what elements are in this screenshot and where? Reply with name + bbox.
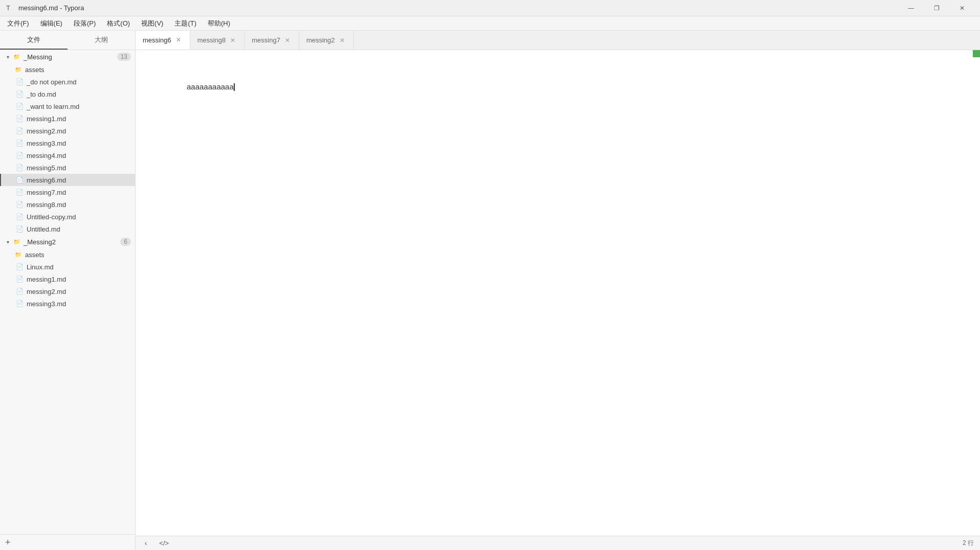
folder-messing[interactable]: ▾ 📁 _Messing 13	[0, 50, 135, 63]
sidebar-content: ▾ 📁 _Messing 13 📁 assets 📄 _do not open.…	[0, 50, 135, 534]
sidebar-item-assets1[interactable]: 📁 assets	[0, 63, 135, 76]
sidebar-item-to-do[interactable]: 📄 _to do.md	[0, 88, 135, 100]
folder-messing-count: 13	[117, 53, 131, 61]
menu-paragraph[interactable]: 段落(P)	[69, 17, 101, 30]
assets-label: assets	[25, 66, 44, 74]
sidebar-item-messing5[interactable]: 📄 messing5.md	[0, 162, 135, 174]
tab-messing6[interactable]: messing6 ✕	[136, 31, 190, 50]
menu-format[interactable]: 格式(O)	[102, 17, 135, 30]
line-info: 2 行	[963, 539, 974, 547]
sidebar-item-messing2-2[interactable]: 📄 messing2.md	[0, 285, 135, 297]
file-icon: 📄	[15, 139, 24, 147]
tab-outline[interactable]: 大纲	[68, 31, 135, 50]
tab-messing2-label: messing2	[306, 36, 335, 44]
sidebar-item-messing3[interactable]: 📄 messing3.md	[0, 137, 135, 149]
file-label: Untitled-copy.md	[27, 213, 76, 221]
file-icon: 📄	[15, 127, 24, 135]
file-label: messing3.md	[27, 140, 66, 147]
file-label: Linux.md	[27, 263, 54, 271]
menu-bar: 文件(F) 编辑(E) 段落(P) 格式(O) 视图(V) 主题(T) 帮助(H…	[0, 16, 980, 31]
sidebar-item-do-not-open[interactable]: 📄 _do not open.md	[0, 76, 135, 88]
sidebar: 文件 大纲 ▾ 📁 _Messing 13 📁 assets 📄 _do not…	[0, 31, 136, 550]
close-button[interactable]: ✕	[950, 0, 974, 16]
menu-edit[interactable]: 编辑(E)	[35, 17, 68, 30]
add-button[interactable]: +	[5, 538, 11, 547]
window-title: messing6.md - Typora	[18, 4, 84, 12]
file-icon: 📄	[15, 287, 24, 295]
nav-prev-button[interactable]: ‹	[142, 538, 150, 548]
main-area: 文件 大纲 ▾ 📁 _Messing 13 📁 assets 📄 _do not…	[0, 31, 980, 550]
menu-file[interactable]: 文件(F)	[2, 17, 34, 30]
file-icon: 📄	[15, 225, 24, 233]
tab-messing8[interactable]: messing8 ✕	[190, 31, 245, 50]
sidebar-item-messing2[interactable]: 📄 messing2.md	[0, 125, 135, 137]
sidebar-item-messing1[interactable]: 📄 messing1.md	[0, 112, 135, 125]
tab-messing2[interactable]: messing2 ✕	[299, 31, 354, 50]
file-label: messing8.md	[27, 201, 66, 209]
status-bar: ‹ </> 2 行	[136, 536, 980, 550]
sidebar-item-messing6[interactable]: 📄 messing6.md	[0, 174, 135, 186]
sidebar-item-messing8[interactable]: 📄 messing8.md	[0, 198, 135, 211]
file-icon: 📄	[15, 90, 24, 98]
minimize-button[interactable]: —	[899, 0, 923, 16]
file-label: messing7.md	[27, 189, 66, 196]
file-icon: 📄	[15, 78, 24, 86]
status-left: ‹ </>	[142, 538, 172, 548]
tabs-bar: messing6 ✕ messing8 ✕ messing7 ✕ messing…	[136, 31, 980, 50]
file-label: _want to learn.md	[27, 103, 79, 110]
file-icon: 📄	[15, 300, 24, 308]
folder-icon: 📁	[13, 53, 21, 61]
chevron-down-icon: ▾	[4, 53, 11, 60]
file-label: messing3.md	[27, 300, 66, 308]
file-label: messing2.md	[27, 288, 66, 295]
folder-icon: 📁	[14, 250, 23, 259]
source-code-button[interactable]: </>	[156, 538, 172, 548]
file-icon: 📄	[15, 200, 24, 209]
file-icon: 📄	[15, 213, 24, 221]
assets-label: assets	[25, 251, 44, 259]
menu-theme[interactable]: 主题(T)	[169, 17, 202, 30]
editor-text: aaaaaaaaaaa	[187, 82, 234, 91]
tab-messing7[interactable]: messing7 ✕	[244, 31, 299, 50]
file-label: messing2.md	[27, 127, 66, 135]
sidebar-item-linux[interactable]: 📄 Linux.md	[0, 261, 135, 273]
editor-area[interactable]: aaaaaaaaaaa	[136, 50, 980, 536]
sidebar-item-messing4[interactable]: 📄 messing4.md	[0, 149, 135, 162]
sidebar-item-untitled[interactable]: 📄 Untitled.md	[0, 223, 135, 235]
content-area: messing6 ✕ messing8 ✕ messing7 ✕ messing…	[136, 31, 980, 550]
file-label: messing5.md	[27, 164, 66, 172]
file-icon: 📄	[15, 263, 24, 271]
tab-messing7-close[interactable]: ✕	[283, 36, 292, 44]
sidebar-item-messing2-1[interactable]: 📄 messing1.md	[0, 273, 135, 285]
tab-messing8-label: messing8	[197, 36, 226, 44]
folder-icon: 📁	[14, 65, 23, 74]
tab-messing8-close[interactable]: ✕	[229, 36, 237, 44]
tab-messing7-label: messing7	[252, 36, 280, 44]
folder-messing2-count: 6	[120, 238, 131, 246]
file-icon: 📄	[15, 164, 24, 172]
sidebar-item-messing7[interactable]: 📄 messing7.md	[0, 186, 135, 198]
tab-file[interactable]: 文件	[0, 31, 68, 50]
sidebar-tabs: 文件 大纲	[0, 31, 135, 50]
sidebar-item-want-to-learn[interactable]: 📄 _want to learn.md	[0, 100, 135, 112]
green-indicator	[973, 50, 980, 57]
editor-content[interactable]: aaaaaaaaaaa	[136, 50, 980, 536]
file-icon: 📄	[15, 176, 24, 184]
tab-messing2-close[interactable]: ✕	[338, 36, 346, 44]
text-cursor	[234, 83, 235, 91]
maximize-button[interactable]: ❐	[925, 0, 948, 16]
file-label: _to do.md	[27, 90, 56, 98]
sidebar-item-untitled-copy[interactable]: 📄 Untitled-copy.md	[0, 211, 135, 223]
menu-view[interactable]: 视图(V)	[136, 17, 168, 30]
sidebar-item-assets2[interactable]: 📁 assets	[0, 248, 135, 261]
file-icon: 📄	[15, 102, 24, 110]
tab-messing6-close[interactable]: ✕	[174, 36, 183, 44]
sidebar-item-messing2-3[interactable]: 📄 messing3.md	[0, 297, 135, 310]
sidebar-footer: +	[0, 534, 135, 550]
file-label: messing1.md	[27, 115, 66, 123]
chevron-down-icon: ▾	[4, 238, 11, 245]
file-icon: 📄	[15, 114, 24, 123]
folder-messing2[interactable]: ▾ 📁 _Messing2 6	[0, 235, 135, 248]
folder-icon: 📁	[13, 238, 21, 246]
menu-help[interactable]: 帮助(H)	[203, 17, 235, 30]
